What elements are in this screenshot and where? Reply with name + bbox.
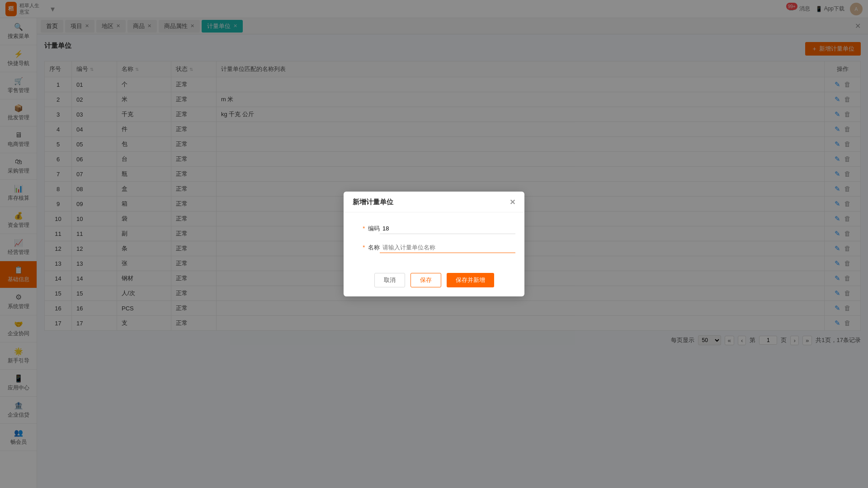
dialog-close-btn[interactable]: ✕ [509,198,515,206]
dialog-header: 新增计量单位 ✕ [344,192,524,212]
name-input[interactable] [380,242,515,253]
code-form-row: * 编码 [353,223,515,234]
add-unit-dialog: 新增计量单位 ✕ * 编码 * 名称 取消 保存 保存并新增 [344,192,524,296]
code-input[interactable] [380,223,515,234]
save-button[interactable]: 保存 [410,273,441,287]
name-form-row: * 名称 [353,242,515,253]
dialog-body: * 编码 * 名称 [344,212,524,268]
save-new-button[interactable]: 保存并新增 [447,273,494,287]
cancel-button[interactable]: 取消 [374,273,405,287]
name-label: * 名称 [353,244,380,252]
code-label: * 编码 [353,225,380,233]
dialog-title: 新增计量单位 [353,198,393,206]
dialog-footer: 取消 保存 保存并新增 [344,268,524,296]
dialog-overlay: 新增计量单位 ✕ * 编码 * 名称 取消 保存 保存并新增 [0,0,868,488]
